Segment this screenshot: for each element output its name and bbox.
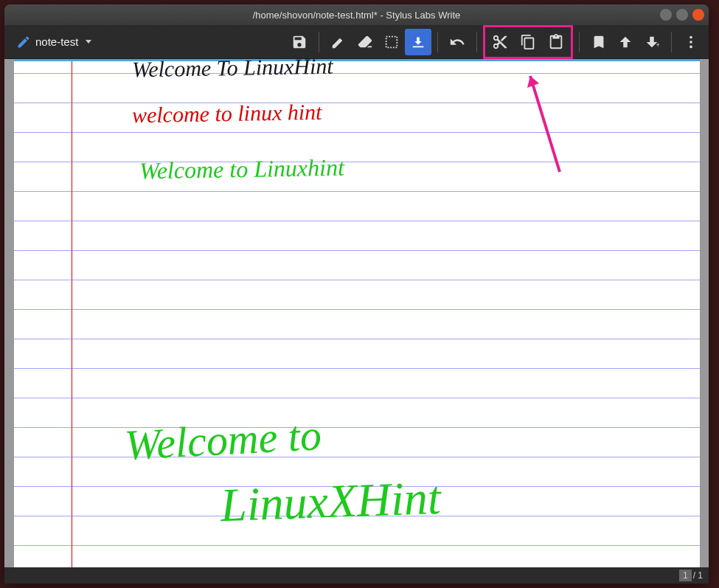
pen-tool-button[interactable] bbox=[325, 29, 352, 55]
maximize-button[interactable] bbox=[676, 9, 688, 21]
window-controls bbox=[660, 9, 704, 21]
handwriting-red: welcome to linux hint bbox=[131, 100, 322, 128]
statusbar: 1 / 1 bbox=[4, 567, 709, 584]
next-page-button[interactable]: + bbox=[639, 29, 665, 55]
window-title: /home/shovon/note-test.html* - Stylus La… bbox=[253, 10, 461, 21]
prev-page-button[interactable] bbox=[612, 29, 639, 55]
tab-label: note-test bbox=[35, 35, 78, 48]
paste-button[interactable] bbox=[543, 29, 569, 55]
rule-line bbox=[14, 221, 700, 221]
separator bbox=[671, 32, 672, 52]
rule-line bbox=[14, 398, 700, 398]
eraser-tool-button[interactable] bbox=[352, 29, 378, 55]
rule-line bbox=[14, 309, 700, 310]
menu-button[interactable] bbox=[678, 29, 704, 55]
separator bbox=[319, 32, 319, 52]
svg-point-4 bbox=[690, 45, 692, 48]
titlebar[interactable]: /home/shovon/note-test.html* - Stylus La… bbox=[4, 4, 709, 25]
canvas-area[interactable]: Welcome To LinuxHint welcome to linux hi… bbox=[4, 59, 709, 567]
cut-icon bbox=[492, 34, 508, 50]
minimize-button[interactable] bbox=[660, 9, 672, 21]
rule-line bbox=[14, 191, 700, 192]
svg-line-5 bbox=[530, 76, 560, 172]
page-total: / 1 bbox=[693, 570, 703, 581]
insert-tool-button[interactable] bbox=[405, 29, 431, 55]
rule-line bbox=[14, 457, 700, 457]
rule-line bbox=[14, 162, 700, 162]
menu-icon bbox=[683, 34, 699, 50]
arrow-annotation-icon bbox=[523, 69, 597, 179]
page-current: 1 bbox=[679, 570, 692, 581]
cut-button[interactable] bbox=[487, 29, 513, 55]
select-icon bbox=[383, 34, 400, 50]
margin-line bbox=[72, 61, 72, 567]
save-button[interactable] bbox=[286, 29, 313, 55]
pen-icon bbox=[330, 34, 347, 50]
copy-button[interactable] bbox=[515, 29, 541, 55]
handwriting-green-big-1: Welcome to bbox=[123, 410, 322, 470]
svg-marker-6 bbox=[527, 76, 539, 88]
floppy-icon bbox=[291, 34, 308, 50]
rule-line bbox=[14, 280, 700, 280]
rule-line bbox=[14, 103, 700, 103]
rule-line bbox=[14, 545, 700, 546]
separator bbox=[476, 32, 477, 52]
svg-point-3 bbox=[690, 41, 692, 44]
svg-text:+: + bbox=[656, 41, 660, 49]
clipboard-highlight bbox=[483, 25, 573, 59]
handwriting-black: Welcome To LinuxHint bbox=[131, 59, 333, 82]
select-tool-button[interactable] bbox=[378, 29, 405, 55]
separator bbox=[579, 32, 580, 52]
handwriting-green-big-2: LinuxXHint bbox=[219, 471, 441, 533]
bookmark-button[interactable] bbox=[586, 29, 612, 55]
bookmark-icon bbox=[591, 34, 607, 50]
rule-line bbox=[14, 339, 700, 339]
arrow-down-plus-icon: + bbox=[644, 34, 660, 50]
close-button[interactable] bbox=[692, 9, 704, 21]
rule-line bbox=[14, 427, 700, 428]
separator bbox=[437, 32, 438, 52]
rule-line bbox=[14, 368, 700, 369]
paste-icon bbox=[548, 34, 564, 50]
undo-icon bbox=[449, 34, 465, 50]
rule-line bbox=[14, 132, 700, 133]
svg-point-2 bbox=[690, 35, 692, 38]
eraser-icon bbox=[357, 34, 373, 50]
app-window: /home/shovon/note-test.html* - Stylus La… bbox=[4, 4, 709, 584]
handwriting-green: Welcome to Linuxhint bbox=[139, 154, 344, 185]
rule-line bbox=[14, 73, 700, 74]
pencil-icon bbox=[16, 35, 31, 49]
rule-line bbox=[14, 250, 700, 251]
svg-rect-0 bbox=[386, 36, 397, 47]
document-tab[interactable]: note-test bbox=[9, 30, 99, 54]
dropdown-icon bbox=[86, 40, 91, 44]
copy-icon bbox=[520, 34, 536, 50]
toolbar: note-test bbox=[4, 25, 709, 59]
insert-space-icon bbox=[410, 34, 426, 50]
undo-button[interactable] bbox=[444, 29, 470, 55]
paper[interactable]: Welcome To LinuxHint welcome to linux hi… bbox=[14, 59, 700, 567]
arrow-up-icon bbox=[617, 34, 633, 50]
